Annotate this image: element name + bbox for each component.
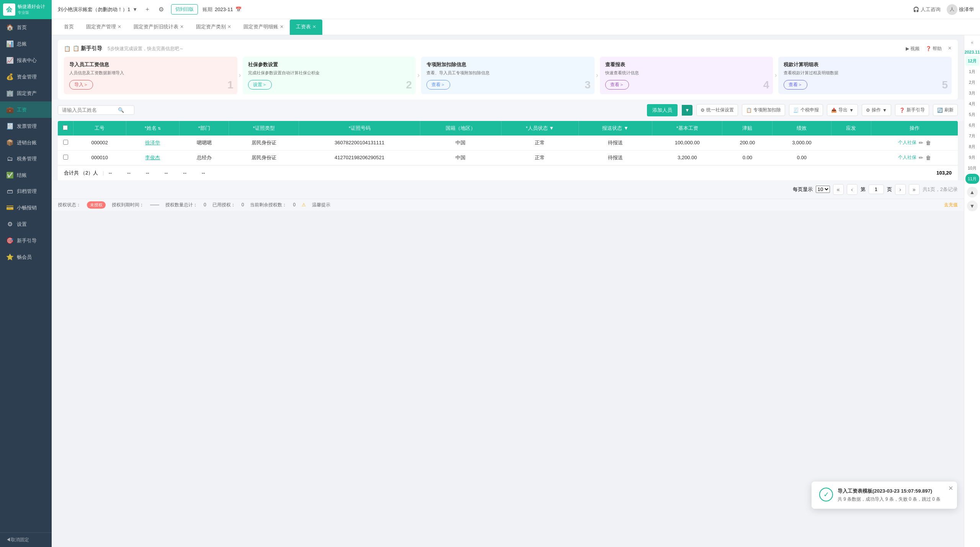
sidebar-item-archive[interactable]: 🗃 归档管理 [0, 183, 52, 199]
cal-month-2[interactable]: 2月 [965, 77, 979, 87]
tab-close-icon[interactable]: ✕ [280, 24, 284, 29]
tax-report-button[interactable]: 🧾 个税申报 [789, 104, 823, 116]
recharge-link[interactable]: 去充值 [944, 202, 958, 208]
tab-fixed-assets[interactable]: 固定资产管理 ✕ [80, 20, 127, 35]
tab-depreciation[interactable]: 固定资产折旧统计表 ✕ [127, 20, 190, 35]
cal-month-1[interactable]: 1月 [965, 67, 979, 77]
row-select-checkbox[interactable] [63, 140, 68, 145]
sidebar-item-inventory[interactable]: 📦 进销台账 [0, 134, 52, 151]
search-icon: 🔍 [118, 107, 124, 113]
cal-month-10[interactable]: 10月 [965, 163, 979, 173]
cal-up-button[interactable]: ▲ [967, 187, 978, 198]
cal-month-9[interactable]: 9月 [965, 152, 979, 162]
emp-name[interactable]: 徐泽华 [126, 136, 179, 150]
cal-month-5[interactable]: 5月 [965, 109, 979, 119]
row-checkbox[interactable] [58, 150, 73, 165]
filter-icon[interactable]: ▼ [549, 125, 554, 131]
account-selector[interactable]: 刘小艳演示账套（勿删勿动！）1 ▼ [58, 6, 137, 13]
prev-page-button[interactable]: ‹ [847, 184, 858, 195]
col-name[interactable]: *姓名 ⇅ [126, 121, 179, 136]
step-1-btn[interactable]: 导入＞ [69, 80, 93, 90]
add-account-button[interactable]: ＋ [142, 4, 153, 15]
export-button[interactable]: 📤 导出 ▼ [827, 104, 858, 116]
tab-home[interactable]: 首页 [58, 20, 80, 35]
sidebar-item-home[interactable]: 🏠 首页 [0, 19, 52, 36]
next-page-button[interactable]: › [895, 184, 906, 195]
service-button[interactable]: 🎧 人工咨询 [913, 6, 941, 13]
cal-month-4[interactable]: 4月 [965, 99, 979, 109]
sidebar-item-tax[interactable]: 🗂 税务管理 [0, 151, 52, 167]
tab-payroll[interactable]: 工资表 ✕ [290, 20, 322, 35]
last-page-button[interactable]: » [909, 184, 920, 195]
col-status[interactable]: *人员状态 ▼ [501, 121, 579, 136]
add-person-button[interactable]: 添加人员 [647, 104, 678, 116]
account-dropdown-icon[interactable]: ▼ [132, 7, 137, 12]
sidebar-item-settings[interactable]: ⚙ 设置 [0, 216, 52, 232]
cal-down-button[interactable]: ▼ [967, 201, 978, 211]
tab-close-icon[interactable]: ✕ [312, 24, 316, 29]
settings-button[interactable]: ⚙ [156, 4, 167, 15]
search-box[interactable]: 🔍 [58, 105, 134, 115]
delete-icon[interactable]: 🗑 [926, 140, 931, 146]
step-2-btn[interactable]: 设置＞ [248, 80, 272, 90]
row-select-checkbox[interactable] [63, 155, 68, 160]
sidebar-item-payroll[interactable]: 💼 工资 [0, 101, 52, 118]
sidebar-item-guide[interactable]: 🎯 新手引导 [0, 232, 52, 249]
sidebar-item-assets[interactable]: 🏢 固定资产 [0, 85, 52, 101]
tab-close-icon[interactable]: ✕ [118, 24, 121, 29]
tab-close-icon[interactable]: ✕ [227, 24, 231, 29]
filter-icon[interactable]: ▼ [624, 125, 629, 131]
help-link[interactable]: ❓ 帮助 [926, 46, 942, 52]
tab-fixed-assets-label: 固定资产管理 [86, 23, 116, 30]
period-selector[interactable]: 账期 2023-11 📅 [203, 6, 242, 13]
step-5-btn[interactable]: 查看＞ [784, 80, 807, 90]
col-report-status[interactable]: 报送状态 ▼ [579, 121, 652, 136]
export-dropdown-icon: ▼ [849, 108, 854, 113]
add-person-dropdown[interactable]: ▼ [682, 105, 693, 116]
tab-ledger[interactable]: 固定资产明细账 ✕ [237, 20, 290, 35]
emp-name[interactable]: 李俊杰 [126, 150, 179, 165]
sidebar-item-reports[interactable]: 📈 报表中心 [0, 52, 52, 69]
new-guide-button[interactable]: ❓ 新手引导 [895, 104, 929, 116]
cal-month-8[interactable]: 8月 [965, 142, 979, 152]
panel-toggle-button[interactable]: « [969, 38, 975, 47]
first-page-button[interactable]: « [833, 184, 844, 195]
sidebar-item-invoices[interactable]: 🧾 发票管理 [0, 118, 52, 134]
refresh-button[interactable]: 🔄 刷新 [933, 104, 958, 116]
page-input[interactable] [869, 185, 884, 194]
row-checkbox[interactable] [58, 136, 73, 150]
cal-month-7[interactable]: 7月 [965, 131, 979, 141]
operations-button[interactable]: ⚙ 操作 ▼ [862, 104, 891, 116]
cal-month-3[interactable]: 3月 [965, 88, 979, 98]
toast-close-button[interactable]: ✕ [948, 485, 953, 492]
cal-month-12[interactable]: 12月 [965, 56, 979, 66]
calendar-icon[interactable]: 📅 [235, 7, 242, 12]
unpin-button[interactable]: ◀取消固定 [0, 532, 52, 547]
tab-category[interactable]: 固定资产类别 ✕ [190, 20, 237, 35]
step-3-btn[interactable]: 查看＞ [426, 80, 450, 90]
select-all-checkbox[interactable] [63, 125, 68, 130]
cal-month-6[interactable]: 6月 [965, 120, 979, 130]
per-page-select[interactable]: 10 20 50 [816, 186, 830, 193]
version-switch-button[interactable]: 切到旧版 [171, 4, 198, 15]
guide-close-button[interactable]: ✕ [948, 46, 952, 52]
edit-icon[interactable]: ✏ [919, 155, 923, 161]
delete-icon[interactable]: 🗑 [926, 155, 931, 161]
step-4-btn[interactable]: 查看＞ [605, 80, 629, 90]
sidebar-item-settle[interactable]: ✅ 结账 [0, 167, 52, 183]
sidebar-item-member[interactable]: ⭐ 畅会员 [0, 249, 52, 265]
sidebar-item-ledger[interactable]: 📊 总账 [0, 36, 52, 52]
social-insurance-button[interactable]: ⚙ 统一社保设置 [696, 104, 738, 116]
search-input[interactable] [62, 107, 116, 113]
personal-social-link[interactable]: 个人社保 [898, 139, 916, 146]
sidebar-item-funds[interactable]: 💰 资金管理 [0, 69, 52, 85]
edit-icon[interactable]: ✏ [919, 140, 923, 146]
user-menu[interactable]: 人 徐泽华 [947, 4, 974, 15]
sidebar-item-expense[interactable]: 💳 小畅报销 [0, 199, 52, 216]
video-link[interactable]: ▶ 视频 [906, 46, 920, 52]
personal-social-link[interactable]: 个人社保 [898, 154, 916, 161]
special-deduction-button[interactable]: 📋 专项附加扣除 [742, 104, 785, 116]
tab-close-icon[interactable]: ✕ [180, 24, 184, 29]
cal-month-11[interactable]: 11月 [965, 174, 979, 184]
sort-icon[interactable]: ⇅ [158, 126, 161, 131]
